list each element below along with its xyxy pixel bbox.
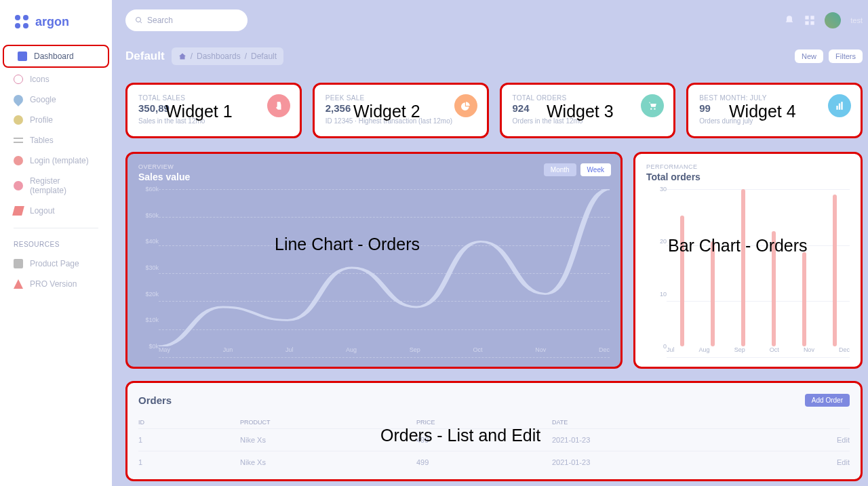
bar xyxy=(741,189,745,346)
bag-icon xyxy=(14,259,23,268)
svg-point-4 xyxy=(136,18,141,22)
sidebar-item-login[interactable]: Login (template) xyxy=(0,150,112,171)
widget-sub: Orders during july xyxy=(699,117,850,125)
svg-line-5 xyxy=(140,22,142,24)
table-row: 1 Nike Xs 499 2021-01-23 Edit xyxy=(138,451,850,473)
page-header: Default / Dashboards / Default New Filte… xyxy=(125,47,863,65)
bar xyxy=(802,252,806,346)
table-header: ID PRODUCT PRICE DATE xyxy=(138,416,850,428)
pin-icon xyxy=(12,93,25,106)
widget-label: BEST MONTH: JULY xyxy=(699,94,850,102)
col-price: PRICE xyxy=(416,419,552,426)
add-order-button[interactable]: Add Order xyxy=(805,394,850,407)
widgets-row: TOTAL SALES 350,89 Sales in the last 12m… xyxy=(125,83,863,138)
sidebar-item-label: Register (template) xyxy=(30,176,98,195)
sidebar-item-google[interactable]: Google xyxy=(0,89,112,110)
atom-icon xyxy=(14,75,23,84)
grid-icon[interactable] xyxy=(804,15,815,26)
sidebar-item-register[interactable]: Register (template) xyxy=(0,171,112,201)
line-chart-card: OVERVIEW Sales value Month Week $0k$10k$… xyxy=(125,152,623,369)
svg-rect-13 xyxy=(839,104,840,110)
sidebar-item-product-page[interactable]: Product Page xyxy=(0,254,112,274)
breadcrumb-item[interactable]: Dashboards xyxy=(197,52,241,61)
brand-logo[interactable]: argon xyxy=(0,14,112,43)
widget-total-orders: TOTAL ORDERS 924 Orders in the last 12mo xyxy=(500,83,676,138)
edit-link[interactable]: Edit xyxy=(802,436,850,444)
widget-value: 924 xyxy=(513,102,663,114)
edit-link[interactable]: Edit xyxy=(802,458,850,466)
sidebar-item-label: Logout xyxy=(30,206,55,216)
col-product: PRODUCT xyxy=(240,419,416,426)
table-row: 1 Nike Xs 499 2021-01-23 Edit xyxy=(138,428,850,451)
sidebar-item-tables[interactable]: Tables xyxy=(0,130,112,150)
tab-week[interactable]: Week xyxy=(580,163,611,176)
bar xyxy=(711,241,715,346)
svg-rect-8 xyxy=(806,21,809,24)
brand-text: argon xyxy=(35,15,69,29)
svg-point-1 xyxy=(23,15,28,20)
cart-icon xyxy=(641,94,664,117)
tab-month[interactable]: Month xyxy=(544,163,576,176)
new-button[interactable]: New xyxy=(795,49,823,63)
sidebar-item-label: Product Page xyxy=(30,259,79,268)
key-icon xyxy=(14,156,23,165)
widget-value: 2,356 xyxy=(326,102,476,114)
widget-value: 99 xyxy=(699,102,850,114)
chart-tabs: Month Week xyxy=(544,163,611,176)
topbar-right: test xyxy=(784,12,863,28)
charts-row: OVERVIEW Sales value Month Week $0k$10k$… xyxy=(125,152,863,369)
filters-button[interactable]: Filters xyxy=(829,49,863,63)
page-title: Default xyxy=(125,49,165,63)
sidebar-item-profile[interactable]: Profile xyxy=(0,110,112,130)
username: test xyxy=(850,16,863,24)
sidebar-item-dashboard[interactable]: Dashboard xyxy=(3,45,109,68)
rocket-icon xyxy=(14,279,23,289)
orders-title: Orders xyxy=(138,394,172,406)
widget-peek-sale: PEEK SALE 2,356 ID 12345 · Highest trans… xyxy=(313,83,489,138)
sidebar: argon Dashboard Icons Google Profile Tab… xyxy=(0,0,112,486)
bar-chart: 0102030 JulAugSepOctNovDec xyxy=(646,189,850,357)
user-plus-icon xyxy=(14,181,23,190)
col-id: ID xyxy=(138,419,240,426)
bar xyxy=(833,195,837,346)
bar xyxy=(772,231,776,346)
widget-sub: Sales in the last 12mo xyxy=(138,117,289,125)
widget-label: TOTAL ORDERS xyxy=(513,94,663,102)
orders-card: Orders Add Order ID PRODUCT PRICE DATE 1… xyxy=(125,381,863,481)
widget-value: 350,89 xyxy=(138,102,289,114)
svg-point-2 xyxy=(15,23,20,28)
hand-icon xyxy=(267,94,290,117)
widget-sub: Orders in the last 12mo xyxy=(513,117,663,125)
sidebar-item-icons[interactable]: Icons xyxy=(0,69,112,89)
widget-best-month: BEST MONTH: JULY 99 Orders during july xyxy=(686,83,863,138)
user-icon xyxy=(14,115,23,125)
bell-icon[interactable] xyxy=(784,15,795,26)
brand-icon xyxy=(14,14,30,30)
search-input[interactable]: Search xyxy=(125,9,248,31)
pie-icon xyxy=(454,94,477,117)
sidebar-item-logout[interactable]: Logout xyxy=(0,201,112,221)
sidebar-item-pro[interactable]: PRO Version xyxy=(0,274,112,294)
chart-overline: OVERVIEW xyxy=(138,163,610,170)
avatar[interactable] xyxy=(825,12,841,28)
run-icon xyxy=(12,206,24,216)
sidebar-item-label: Icons xyxy=(30,75,50,84)
home-icon[interactable] xyxy=(178,52,186,60)
widget-label: TOTAL SALES xyxy=(138,94,289,102)
search-placeholder: Search xyxy=(147,16,173,25)
svg-point-11 xyxy=(654,108,656,110)
svg-point-0 xyxy=(15,15,20,20)
widget-sub: ID 12345 · Highest transaction (last 12m… xyxy=(326,117,476,125)
sidebar-item-label: Google xyxy=(30,95,56,104)
chart-overline: PERFORMANCE xyxy=(646,163,850,170)
divider xyxy=(14,228,98,228)
chart-title: Sales value xyxy=(138,171,610,182)
chart-title: Total orders xyxy=(646,171,850,182)
sidebar-item-label: Profile xyxy=(30,115,53,125)
col-date: DATE xyxy=(552,419,802,426)
bar-chart-card: PERFORMANCE Total orders 0102030 JulAugS… xyxy=(633,152,863,369)
svg-rect-12 xyxy=(836,106,837,110)
breadcrumb-item: Default xyxy=(251,52,277,61)
list-icon xyxy=(14,138,23,143)
svg-rect-6 xyxy=(806,16,809,19)
